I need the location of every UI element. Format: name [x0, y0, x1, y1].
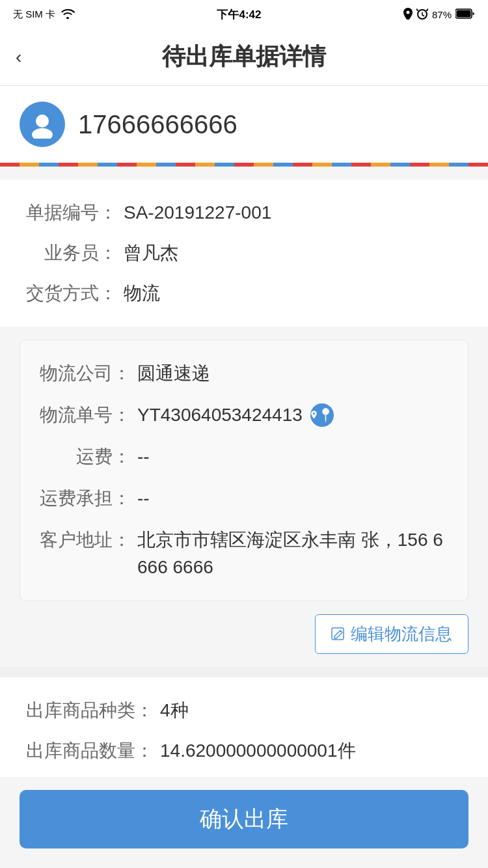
customer-header: 17666666666: [0, 86, 488, 163]
page-title: 待出库单据详情: [162, 41, 326, 73]
customer-phone: 17666666666: [78, 110, 237, 139]
freight-value: --: [137, 443, 448, 470]
wifi-icon: [61, 8, 75, 21]
document-number-label: 单据编号：: [26, 199, 124, 226]
logistics-company-label: 物流公司：: [40, 360, 137, 387]
tracking-label: 物流单号：: [40, 401, 137, 429]
edit-icon: [331, 627, 346, 642]
carrier-label: 无 SIM 卡: [13, 8, 55, 21]
goods-quantity-row: 出库商品数量： 14.620000000000001件: [26, 737, 462, 765]
tracking-row: 物流单号： YT43064053424413: [40, 401, 448, 429]
delivery-method-value: 物流: [124, 280, 462, 307]
goods-quantity-label: 出库商品数量：: [26, 737, 160, 765]
basic-info-section: 单据编号： SA-20191227-001 业务员： 曾凡杰 交货方式： 物流: [0, 180, 488, 327]
location-icon: [403, 8, 413, 21]
svg-point-6: [313, 413, 315, 414]
svg-point-0: [406, 10, 409, 14]
address-value: 北京市市辖区海淀区永丰南 张，156 6666 6666: [137, 526, 448, 581]
colored-divider: [0, 163, 488, 167]
section-separator: [0, 667, 488, 677]
freight-bearer-label: 运费承担：: [40, 485, 137, 512]
goods-types-row: 出库商品种类： 4种: [26, 697, 462, 724]
battery-text: 87%: [432, 9, 452, 20]
back-button[interactable]: ‹: [16, 48, 21, 66]
nav-bar: ‹ 待出库单据详情: [0, 29, 488, 86]
delivery-method-label: 交货方式：: [26, 280, 124, 307]
edit-logistics-label: 编辑物流信息: [351, 623, 452, 645]
avatar: [20, 102, 65, 147]
freight-row: 运费： --: [40, 443, 448, 470]
tracking-value-container: YT43064053424413: [137, 401, 448, 429]
tracking-number: YT43064053424413: [137, 401, 303, 429]
status-left: 无 SIM 卡: [13, 8, 75, 21]
svg-point-5: [32, 128, 53, 139]
confirm-outbound-button[interactable]: 确认出库: [20, 790, 468, 848]
goods-section: 出库商品种类： 4种 出库商品数量： 14.620000000000001件: [0, 677, 488, 784]
freight-bearer-value: --: [137, 485, 448, 512]
tracking-location-icon[interactable]: [310, 403, 334, 427]
logistics-card: 物流公司： 圆通速递 物流单号： YT43064053424413 运费： --…: [20, 340, 468, 601]
confirm-btn-area: 确认出库: [0, 777, 488, 868]
goods-types-label: 出库商品种类：: [26, 697, 160, 724]
svg-point-4: [36, 115, 49, 128]
status-time: 下午4:42: [217, 7, 261, 22]
salesman-label: 业务员：: [26, 239, 124, 267]
goods-quantity-value: 14.620000000000001件: [160, 737, 356, 765]
edit-btn-row: 编辑物流信息: [0, 614, 488, 667]
document-number-row: 单据编号： SA-20191227-001: [26, 199, 462, 226]
goods-types-value: 4种: [160, 697, 189, 724]
battery-icon: [455, 8, 475, 21]
svg-rect-3: [456, 10, 470, 17]
salesman-value: 曾凡杰: [124, 239, 462, 267]
address-row: 客户地址： 北京市市辖区海淀区永丰南 张，156 6666 6666: [40, 526, 448, 581]
status-bar: 无 SIM 卡 下午4:42 87%: [0, 0, 488, 29]
edit-logistics-button[interactable]: 编辑物流信息: [315, 614, 468, 654]
address-label: 客户地址：: [40, 526, 137, 554]
logistics-company-row: 物流公司： 圆通速递: [40, 360, 448, 387]
document-number-value: SA-20191227-001: [124, 199, 462, 226]
salesman-row: 业务员： 曾凡杰: [26, 239, 462, 267]
logistics-company-value: 圆通速递: [137, 360, 448, 387]
confirm-btn-label: 确认出库: [200, 804, 288, 834]
freight-label: 运费：: [40, 443, 137, 470]
delivery-method-row: 交货方式： 物流: [26, 280, 462, 307]
alarm-icon: [416, 8, 428, 21]
status-right: 87%: [403, 8, 475, 21]
freight-bearer-row: 运费承担： --: [40, 485, 448, 512]
